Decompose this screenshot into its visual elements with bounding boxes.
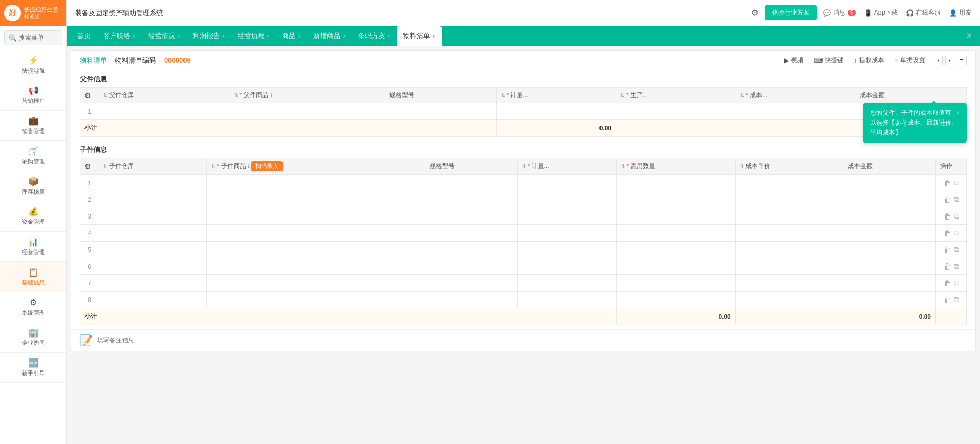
extract-cost-btn[interactable]: ↑ 提取成本 [852,55,886,66]
child-warehouse-cell[interactable] [99,191,207,208]
tooltip-close-btn[interactable]: × [956,108,960,118]
settings-icon[interactable]: ⚙ [751,8,758,18]
child-goods-cell[interactable] [207,292,425,308]
scan-input-btn[interactable]: 扫码录入 [251,161,283,171]
child-unit-cost-cell[interactable] [735,258,843,275]
child-goods-cell[interactable] [207,175,425,191]
parent-spec-cell[interactable] [385,103,496,120]
sidebar-item-marketing[interactable]: 📢 营销推广 [0,80,66,111]
tab-operation-history[interactable]: 经营历程 × [231,26,276,46]
child-quantity-cell[interactable] [616,258,735,275]
child-warehouse-cell[interactable] [99,175,207,191]
child-quantity-cell[interactable] [616,225,735,242]
parent-unit-cell[interactable] [496,103,616,120]
parent-warehouse-cell[interactable] [99,103,229,120]
tab-close-add-goods[interactable]: × [342,33,346,39]
child-unit-cost-cell[interactable] [735,175,843,191]
child-unit-cell[interactable] [517,191,616,208]
sidebar-item-system[interactable]: ⚙ 系统管理 [0,292,66,322]
tab-barcode[interactable]: 条码方案 × [352,26,397,46]
child-unit-cost-cell[interactable] [735,208,843,225]
child-goods-cell[interactable] [207,258,425,275]
sidebar-item-inventory[interactable]: 📦 库存核算 [0,171,66,201]
child-unit-cost-cell[interactable] [735,292,843,308]
child-quantity-cell[interactable] [616,292,735,308]
copy-row-icon[interactable]: ⧉ [954,195,959,204]
child-quantity-cell[interactable] [616,191,735,208]
trial-button[interactable]: 体验行业方案 [765,5,817,20]
child-unit-cell[interactable] [517,242,616,258]
child-unit-cell[interactable] [517,175,616,191]
parent-cost-cell[interactable] [736,103,855,120]
sidebar-item-purchase[interactable]: 🛒 采购管理 [0,141,66,171]
child-unit-cost-cell[interactable] [735,275,843,292]
parent-production-cell[interactable] [616,103,736,120]
tab-add-goods[interactable]: 新增商品 × [307,26,352,46]
prev-page-btn[interactable]: ‹ [934,56,943,65]
next-page-btn[interactable]: › [945,56,954,65]
app-download-action[interactable]: 📱 App下载 [864,8,898,17]
copy-row-icon[interactable]: ⧉ [954,262,959,271]
sidebar-search-area[interactable]: 🔍 搜索菜单 [0,26,66,50]
delete-row-icon[interactable]: 🗑 [944,262,951,271]
sidebar-item-finance[interactable]: 💰 资金管理 [0,201,66,232]
tab-close-customer[interactable]: × [132,33,136,39]
child-spec-cell[interactable] [425,292,517,308]
child-warehouse-cell[interactable] [99,275,207,292]
child-spec-cell[interactable] [425,258,517,275]
copy-row-icon[interactable]: ⧉ [954,279,959,287]
child-unit-cell[interactable] [517,258,616,275]
copy-row-icon[interactable]: ⧉ [954,212,959,221]
child-goods-cell[interactable] [207,242,425,258]
tab-close-bom[interactable]: × [432,33,435,39]
delete-row-icon[interactable]: 🗑 [944,179,951,187]
tab-close-barcode[interactable]: × [387,33,390,39]
single-setting-btn[interactable]: ≡ 单据设置 [892,55,927,66]
child-spec-cell[interactable] [425,275,517,292]
search-menu-button[interactable]: 🔍 搜索菜单 [4,30,62,45]
delete-row-icon[interactable]: 🗑 [944,196,951,204]
child-goods-cell[interactable] [207,225,425,242]
parent-th-settings[interactable]: ⚙ [80,88,99,103]
child-unit-cell[interactable] [517,208,616,225]
tab-close-operation-status[interactable]: × [177,33,180,39]
parent-goods-cell[interactable] [229,103,385,120]
child-spec-cell[interactable] [425,208,517,225]
tab-customer[interactable]: 客户联络 × [97,26,142,46]
online-service-action[interactable]: 🎧 在线客服 [906,8,941,17]
list-view-btn[interactable]: ≡ [957,56,967,65]
tab-home[interactable]: 首页 [71,26,97,46]
settings-gear-icon[interactable]: ⚙ [84,91,91,100]
child-quantity-cell[interactable] [616,275,735,292]
child-settings-icon[interactable]: ⚙ [84,162,91,171]
child-goods-cell[interactable] [207,191,425,208]
shortcut-btn[interactable]: ⌨ 快捷键 [812,55,846,66]
copy-row-icon[interactable]: ⧉ [954,178,959,187]
breadcrumb-parent[interactable]: 物料清单 [80,56,107,65]
child-quantity-cell[interactable] [616,208,735,225]
sidebar-item-basic-info[interactable]: 📋 基础信息 [0,262,66,292]
note-input[interactable] [97,337,967,344]
tab-operation-status[interactable]: 经营情况 × [142,26,187,46]
tab-goods[interactable]: 商品 × [276,26,307,46]
child-spec-cell[interactable] [425,225,517,242]
child-spec-cell[interactable] [425,242,517,258]
child-unit-cost-cell[interactable] [735,191,843,208]
tab-profit[interactable]: 利润报告 × [187,26,231,46]
child-quantity-cell[interactable] [616,242,735,258]
sidebar-item-guide[interactable]: 🆕 新手引导 [0,353,66,383]
child-warehouse-cell[interactable] [99,292,207,308]
copy-row-icon[interactable]: ⧉ [954,245,959,254]
child-goods-cell[interactable] [207,275,425,292]
delete-row-icon[interactable]: 🗑 [944,296,951,304]
sidebar-item-quick-nav[interactable]: ⚡ 快捷导航 [0,50,66,80]
tab-close-operation-history[interactable]: × [267,33,270,39]
child-warehouse-cell[interactable] [99,225,207,242]
delete-row-icon[interactable]: 🗑 [944,246,951,254]
message-action[interactable]: 💬 消息 5 [823,8,856,17]
child-unit-cost-cell[interactable] [735,225,843,242]
delete-row-icon[interactable]: 🗑 [944,229,951,237]
child-unit-cell[interactable] [517,225,616,242]
child-unit-cell[interactable] [517,275,616,292]
copy-row-icon[interactable]: ⧉ [954,295,959,304]
